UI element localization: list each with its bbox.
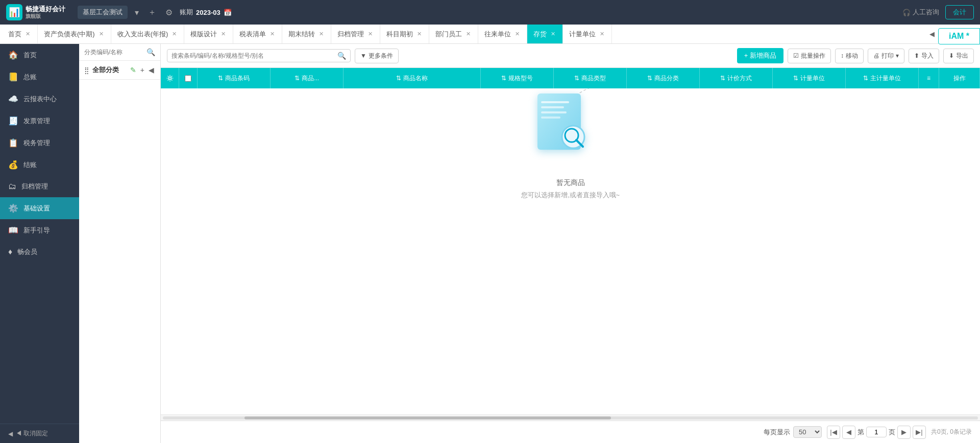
tab-inventory-close[interactable]: ✕ [550,30,556,38]
tab-prev-btn[interactable]: ◀ [926,25,938,44]
batch-label: 批量操作 [801,52,825,60]
tab-template-close[interactable]: ✕ [220,30,227,38]
th-type[interactable]: ⇅ 商品类型 [554,68,627,88]
next-page-btn[interactable]: ▶ [897,426,911,439]
category-search-input[interactable] [84,49,143,56]
move-btn[interactable]: ↕ 移动 [835,49,864,63]
unpin-icon: ◀ [8,430,13,437]
calendar-icon[interactable]: 📅 [224,9,232,16]
sidebar-item-home[interactable]: 🏠 首页 [0,44,79,66]
print-btn[interactable]: 🖨 打印 ▾ [868,49,904,63]
tab-home[interactable]: 首页 ✕ [2,25,38,44]
tab-unit-label: 计量单位 [569,30,596,39]
page-size-select: 每页显示 10 20 50 100 [764,426,822,438]
app-sub: 旗舰版 [26,13,65,19]
category-edit-icon[interactable]: ✎ [129,65,137,75]
ledger-icon: 📒 [8,72,18,82]
empty-doc-svg [530,88,596,160]
th-num[interactable]: ≡ [919,68,939,88]
sidebar-item-settings[interactable]: ⚙️ 基础设置 [0,197,79,219]
th-spec[interactable]: ⇅ 规格型号 [481,68,554,88]
filter-icon: ▼ [360,52,366,59]
tab-contact-close[interactable]: ✕ [514,30,521,38]
th-barcode[interactable]: ⇅ 商品条码 [198,68,271,88]
select-all-checkbox[interactable] [185,75,191,82]
add-tab-icon[interactable]: ＋ [146,5,158,20]
scrollbar-thumb[interactable] [244,416,611,419]
settings-icon[interactable]: ⚙ [163,6,175,19]
th-price[interactable]: ⇅ 计价方式 [700,68,773,88]
batch-btn[interactable]: ☑ 批量操作 [788,49,831,63]
guide-icon: 📖 [8,225,18,235]
sidebar-item-invoice[interactable]: 🧾 发票管理 [0,110,79,132]
tab-tax[interactable]: 税表清单 ✕ [233,25,282,44]
category-collapse-icon[interactable]: ◀ [148,65,155,75]
th-category[interactable]: ⇅ 商品分类 [627,68,700,88]
import-btn[interactable]: ⬆ 导入 [909,49,939,63]
tab-subject[interactable]: 科目期初 ✕ [380,25,429,44]
total-info: 共0页, 0条记录 [931,428,972,436]
sidebar-item-ledger[interactable]: 📒 总账 [0,66,79,88]
app-logo: 📊 畅捷通好会计 旗舰版 [6,4,72,20]
tab-dept-label: 部门员工 [435,30,462,39]
company-selector[interactable]: 基层工会测试 [78,6,128,19]
sidebar-item-archive[interactable]: 🗂 归档管理 [0,176,79,197]
print-dropdown-icon[interactable]: ▾ [896,52,899,59]
sidebar-close-label: 结账 [23,160,37,170]
svg-rect-5 [541,111,567,113]
th-name[interactable]: ⇅ 商品名称 [344,68,481,88]
tab-tax-close[interactable]: ✕ [269,30,276,38]
first-page-btn[interactable]: |◀ [827,426,840,439]
category-search-icon[interactable]: 🔍 [146,48,155,56]
page-number-input[interactable] [866,427,887,437]
tab-template[interactable]: 模版设计 ✕ [184,25,233,44]
tab-period-close[interactable]: ✕ [318,30,325,38]
category-add-icon[interactable]: + [139,65,145,75]
export-btn[interactable]: ⬇ 导出 [943,49,974,63]
sidebar-unpin-btn[interactable]: ◀ ◀ 取消固定 [0,424,79,443]
prev-page-btn[interactable]: ◀ [842,426,855,439]
tab-income[interactable]: 收入支出表(年报) ✕ [111,25,185,44]
tab-dept-close[interactable]: ✕ [465,30,472,38]
horizontal-scrollbar[interactable] [161,414,980,421]
tab-inventory[interactable]: 存货 ✕ [527,25,563,44]
sidebar-item-tax[interactable]: 📋 税务管理 [0,132,79,154]
tab-subject-close[interactable]: ✕ [416,30,423,38]
per-page-dropdown[interactable]: 10 20 50 100 [793,426,822,438]
tab-inventory-label: 存货 [533,30,547,39]
th-unit[interactable]: ⇅ 计量单位 [773,68,846,88]
tab-archive[interactable]: 归档管理 ✕ [331,25,380,44]
all-category-label[interactable]: 全部分类 [92,65,126,75]
th-main-unit[interactable]: ⇅ 主计量单位 [846,68,919,88]
tab-home-close[interactable]: ✕ [24,30,31,38]
dropdown-icon[interactable]: ▾ [133,6,141,19]
add-product-btn[interactable]: + 新增商品 [737,48,783,63]
tab-contact[interactable]: 往来单位 ✕ [478,25,527,44]
th-settings[interactable] [161,68,179,88]
sidebar-item-member[interactable]: ♦️ 畅会员 [0,241,79,263]
tab-balance-close[interactable]: ✕ [98,30,105,38]
tab-period[interactable]: 期末结转 ✕ [282,25,331,44]
tab-balance[interactable]: 资产负债表(中期) ✕ [38,25,111,44]
product-search-input[interactable] [172,52,334,59]
sidebar-item-guide[interactable]: 📖 新手引导 [0,219,79,241]
tab-unit-close[interactable]: ✕ [599,30,605,38]
tab-dept[interactable]: 部门员工 ✕ [429,25,478,44]
toolbar: 🔍 ▼ 更多条件 + 新增商品 ☑ 批量操作 ↕ [161,44,980,68]
iam-badge[interactable]: iAM * [938,28,980,44]
account-button[interactable]: 会计 [945,5,974,19]
tab-archive-close[interactable]: ✕ [367,30,374,38]
tab-income-close[interactable]: ✕ [171,30,178,38]
tab-unit[interactable]: 计量单位 ✕ [563,25,612,44]
th-code[interactable]: ⇅ 商品... [271,68,344,88]
page-nav: |◀ ◀ 第 页 ▶ ▶| [827,426,926,439]
svg-rect-4 [541,106,564,108]
tab-income-label: 收入支出表(年报) [117,30,168,39]
filter-btn[interactable]: ▼ 更多条件 [355,49,399,63]
sidebar-item-close[interactable]: 💰 结账 [0,154,79,176]
product-search-icon[interactable]: 🔍 [337,52,346,60]
th-checkbox[interactable] [179,68,198,88]
last-page-btn[interactable]: ▶| [913,426,926,439]
help-button[interactable]: 🎧 人工咨询 [902,8,939,17]
sidebar-item-cloud[interactable]: ☁️ 云报表中心 [0,88,79,110]
